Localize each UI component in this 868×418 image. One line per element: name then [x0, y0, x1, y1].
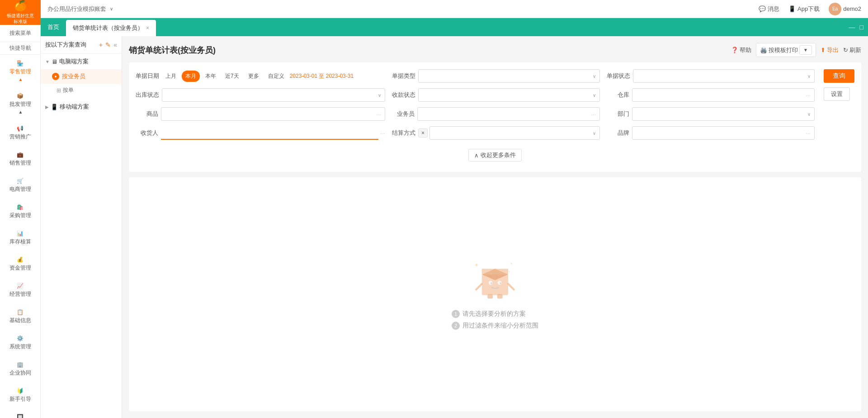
- sidebar-item-operation[interactable]: 📈 经营管理: [0, 277, 40, 304]
- app-download-btn[interactable]: 📱 App下载: [788, 5, 820, 13]
- export-btn[interactable]: ⬆ 导出: [821, 46, 839, 54]
- sidebar-item-enterprise[interactable]: 🏢 企业协同: [0, 356, 40, 382]
- consignee-input[interactable]: [161, 126, 378, 140]
- sidebar-item-wholesale[interactable]: 📦 批发管理 ▲: [0, 87, 40, 120]
- app-logo[interactable]: 🍊 畅捷通好生意 标准版: [0, 0, 41, 25]
- template-print-btn[interactable]: 🖨️ 按模板打印 ▼: [756, 43, 816, 57]
- user-profile-btn[interactable]: Ea demo2: [829, 3, 861, 15]
- empty-tip-1: 1 请先选择要分析的方案: [452, 310, 538, 318]
- main-area: 办公用品行业模拟账套 ∨ 💬 消息 📱 App下载 Ea demo2 首页: [41, 0, 868, 418]
- window-minimize-btn[interactable]: —: [849, 24, 855, 31]
- settlement-tag-close[interactable]: ×: [421, 130, 425, 136]
- date-filter-label: 单据日期: [136, 72, 159, 80]
- mobile-group-icon: 📱: [51, 104, 58, 110]
- scheme-item-salesperson[interactable]: ● 按业务员: [41, 69, 122, 84]
- doc-status-label: 单据状态: [607, 72, 630, 80]
- scheme-add-btn[interactable]: +: [99, 41, 103, 48]
- doc-type-select[interactable]: ∨: [418, 69, 600, 83]
- desktop-group-triangle: ▼: [45, 59, 50, 64]
- date-btn-custom[interactable]: 自定义: [264, 71, 288, 82]
- sidebar-item-sales[interactable]: 💼 销售管理: [0, 146, 40, 172]
- filter-item-warehouse: 仓库 ···: [607, 88, 815, 102]
- mobile-group-header[interactable]: ▶ 📱 移动端方案: [41, 99, 122, 114]
- quick-nav-label[interactable]: 快捷导航: [9, 45, 31, 51]
- svg-text:✦: ✦: [474, 262, 479, 268]
- tab-home[interactable]: 首页: [41, 18, 66, 36]
- wholesale-arrow: ▲: [19, 109, 23, 114]
- doc-type-label: 单据类型: [392, 72, 415, 80]
- settlement-select[interactable]: ∨: [429, 126, 600, 140]
- goods-field[interactable]: ···: [161, 107, 385, 121]
- search-menu-label[interactable]: 搜索菜单: [9, 30, 31, 36]
- newbie-icon: 🔰: [17, 388, 24, 394]
- window-maximize-btn[interactable]: □: [860, 24, 863, 31]
- out-status-select[interactable]: ∨: [162, 88, 385, 102]
- sidebar-item-ecommerce[interactable]: 🛒 电商管理: [0, 172, 40, 199]
- department-label: 部门: [607, 110, 629, 118]
- desktop-group-header[interactable]: ▼ 🖥 电脑端方案: [41, 54, 122, 69]
- filter-item-goods: 商品 ···: [136, 107, 385, 121]
- sidebar-item-finance[interactable]: 💰 资金管理: [0, 251, 40, 277]
- brand-field[interactable]: ···: [632, 126, 815, 140]
- sidebar-item-inventory[interactable]: 📊 库存核算: [0, 225, 40, 251]
- query-btn[interactable]: 查询: [824, 69, 854, 83]
- department-select[interactable]: ∨: [632, 107, 815, 121]
- collapse-more-btn[interactable]: ∧ 收起更多条件: [468, 149, 522, 162]
- tab-active[interactable]: 销货单统计表（按业务员） ×: [66, 20, 156, 36]
- retail-icon: 🏪: [17, 60, 24, 66]
- filter-item-receipt-status: 收款状态 ∨: [392, 88, 600, 102]
- sales-icon: 💼: [17, 152, 24, 158]
- help-btn[interactable]: ❓ 帮助: [731, 46, 751, 54]
- top-nav-title[interactable]: 办公用品行业模拟账套: [47, 5, 106, 13]
- sidebar-item-appstore[interactable]: 🔲 应用中心: [0, 408, 40, 418]
- receipt-status-select[interactable]: ∨: [418, 88, 600, 102]
- sidebar-item-purchase[interactable]: 🛍️ 采购管理: [0, 199, 40, 225]
- filter-item-out-status: 出库状态 ∨: [136, 88, 385, 102]
- search-menu-section[interactable]: 搜索菜单: [0, 25, 40, 42]
- sidebar-item-system[interactable]: ⚙️ 系统管理: [0, 330, 40, 356]
- user-avatar: Ea: [829, 3, 841, 15]
- messages-btn[interactable]: 💬 消息: [759, 5, 779, 13]
- filter-item-brand: 品牌 ···: [607, 126, 815, 140]
- messages-label: 消息: [768, 5, 779, 13]
- sales-label: 销售管理: [9, 159, 31, 167]
- salesperson-label: 业务员: [392, 110, 415, 118]
- tab-close-btn[interactable]: ×: [146, 25, 149, 31]
- date-btn-more[interactable]: 更多: [245, 71, 263, 82]
- warehouse-field[interactable]: ···: [632, 88, 815, 102]
- mobile-scheme-group: ▶ 📱 移动端方案: [41, 99, 122, 114]
- scheme-sub-item[interactable]: ⊞ 按单: [41, 84, 122, 97]
- basic-icon: 📋: [17, 309, 24, 315]
- retail-arrow: ▲: [19, 77, 23, 82]
- scheme-collapse-btn[interactable]: «: [113, 41, 117, 48]
- template-print-label: 按模板打印: [769, 46, 798, 54]
- warehouse-dots: ···: [806, 92, 811, 99]
- logo-text: 畅捷通好生意: [7, 13, 34, 19]
- tab-bar-actions: — □: [849, 24, 868, 31]
- logo-sub: 标准版: [14, 19, 27, 25]
- refresh-btn[interactable]: ↻ 刷新: [843, 46, 861, 54]
- date-btn-last-month[interactable]: 上月: [162, 71, 180, 82]
- salesperson-dots: ···: [591, 111, 596, 118]
- filter-row-3: 商品 ··· 业务员 ···: [136, 107, 815, 121]
- salesperson-field[interactable]: ···: [417, 107, 600, 121]
- scheme-edit-btn[interactable]: ✎: [105, 41, 111, 48]
- scheme-panel-actions: + ✎ «: [99, 41, 117, 48]
- sidebar-item-marketing[interactable]: 📢 营销推广: [0, 120, 40, 146]
- sidebar-item-newbie[interactable]: 🔰 新手引导: [0, 382, 40, 408]
- scheme-panel-title: 按以下方案查询: [45, 41, 86, 49]
- sidebar-item-retail[interactable]: 🏪 零售管理 ▲: [0, 55, 40, 87]
- date-btn-7days[interactable]: 近7天: [222, 71, 243, 82]
- date-btn-this-month[interactable]: 本月: [182, 71, 200, 82]
- doc-status-select[interactable]: ∨: [633, 69, 815, 83]
- appstore-icon: 🔲: [17, 414, 24, 418]
- settings-btn[interactable]: 设置: [824, 87, 850, 101]
- svg-rect-10: [487, 294, 493, 299]
- top-nav-dropdown-arrow[interactable]: ∨: [110, 6, 113, 11]
- date-btn-this-year[interactable]: 本年: [202, 71, 220, 82]
- quick-nav-section[interactable]: 快捷导航: [0, 42, 40, 55]
- main-content: 销货单统计表(按业务员) ❓ 帮助 🖨️ 按模板打印 ▼ ⬆ 导出: [122, 36, 868, 418]
- sidebar-item-basic[interactable]: 📋 基础信息: [0, 304, 40, 330]
- filter-item-salesperson: 业务员 ···: [392, 107, 600, 121]
- filter-item-doc-type: 单据类型 ∨: [392, 69, 600, 83]
